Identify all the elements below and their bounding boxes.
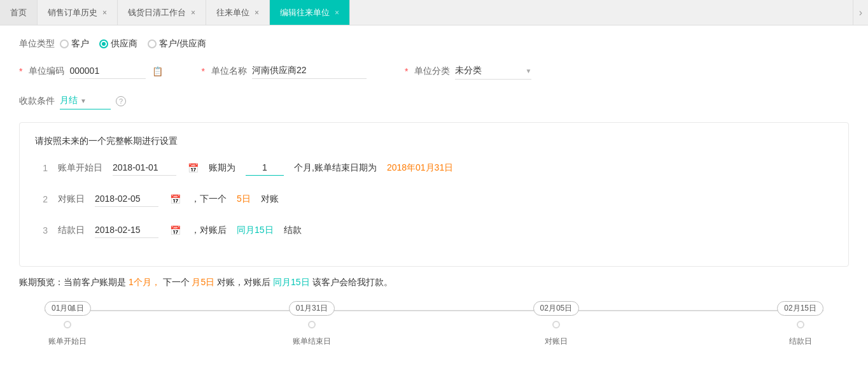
tab-partners-label: 往来单位	[216, 7, 249, 18]
unit-type-row: 单位类型 客户 供应商 客户/供应商	[19, 38, 849, 50]
step-1-period-input[interactable]	[246, 160, 284, 176]
code-input[interactable]	[69, 63, 146, 79]
radio-customer[interactable]: 客户	[60, 38, 89, 50]
timeline-point-1: 01月01日 账单开始日	[45, 301, 91, 347]
payment-arrow-icon: ▼	[80, 97, 87, 104]
tab-sales-history[interactable]: 销售订单历史 ×	[38, 0, 118, 25]
category-label: 单位分类	[414, 66, 450, 77]
tab-sales-history-close[interactable]: ×	[102, 8, 107, 17]
tl-label-2: 账单结束日	[293, 336, 331, 347]
category-dropdown[interactable]: 未分类 ▼	[455, 62, 531, 80]
step-label-2: 对账日	[58, 194, 85, 205]
tab-edit-partner-close[interactable]: ×	[335, 8, 339, 17]
step-3-suffix-pre: ，对账后	[191, 225, 227, 236]
tl-dot-2	[308, 321, 316, 328]
radio-both-label: 客户/供应商	[159, 38, 206, 50]
radio-supplier[interactable]: 供应商	[99, 38, 137, 50]
tab-partners[interactable]: 往来单位 ×	[206, 0, 270, 25]
step-1-period-pre: 账期为	[209, 162, 235, 174]
preview-text: 账期预览：当前客户账期是 1个月， 下一个 月5日 对账，对账后 同月15日 该…	[19, 277, 849, 288]
tab-edit-partner[interactable]: 编辑往来单位 ×	[270, 0, 350, 25]
timeline: 01月01日 账单开始日 01月31日 账单结束日 02月05日 对账日 02月…	[19, 301, 849, 347]
preview-mid2: 对账，对账后	[217, 277, 270, 287]
tl-badge-1: 01月01日	[45, 301, 91, 316]
tl-badge-4: 02月15日	[777, 301, 823, 316]
tl-dot-4	[797, 321, 804, 328]
category-field: * 单位分类 未分类 ▼	[405, 62, 531, 80]
card-hint: 请按照未来的一个完整帐期进行设置	[35, 136, 833, 147]
timeline-points-wrapper: 01月01日 账单开始日 01月31日 账单结束日 02月05日 对账日 02月…	[45, 301, 823, 347]
preview-month: 1个月，	[129, 277, 160, 287]
payment-field: 收款条件 月结 ▼ ?	[19, 92, 126, 109]
code-label: 单位编码	[29, 66, 64, 77]
code-calendar-icon[interactable]: 📋	[152, 66, 163, 76]
radio-customer-label: 客户	[71, 38, 89, 50]
category-value: 未分类	[455, 65, 482, 76]
name-input[interactable]	[252, 63, 367, 79]
step-2-highlight-day: 5日	[237, 194, 251, 205]
tl-dot-3	[552, 321, 560, 328]
tab-sales-history-label: 销售订单历史	[48, 7, 97, 18]
step-3-date-input[interactable]	[95, 222, 158, 238]
tabs-bar: 首页 销售订单历史 × 钱货日清工作台 × 往来单位 × 编辑往来单位 × ›	[0, 0, 868, 25]
step-row-1: 1 账单开始日 📅 账期为 个月,账单结束日期为 2018年01月31日	[35, 160, 833, 176]
code-name-category-row: * 单位编码 📋 * 单位名称 * 单位分类 未分类 ▼	[19, 62, 849, 80]
step-num-2: 2	[35, 194, 48, 204]
tl-label-4: 结款日	[789, 336, 812, 347]
timeline-point-2: 01月31日 账单结束日	[289, 301, 335, 347]
code-field: * 单位编码 📋	[19, 63, 163, 79]
step-1-period-post: 个月,账单结束日期为	[294, 162, 377, 174]
step-label-1: 账单开始日	[58, 162, 102, 174]
step-num-3: 3	[35, 225, 48, 236]
payment-label: 收款条件	[19, 95, 55, 107]
step-2-calendar-icon[interactable]: 📅	[170, 194, 181, 204]
timeline-points: 01月01日 账单开始日 01月31日 账单结束日 02月05日 对账日 02月…	[45, 301, 823, 347]
step-1-end-date: 2018年01月31日	[387, 162, 453, 174]
payment-select[interactable]: 月结 ▼	[60, 92, 111, 109]
unit-type-field: 单位类型 客户 供应商 客户/供应商	[19, 38, 206, 50]
category-arrow-icon: ▼	[525, 67, 531, 74]
preview-mid: 下一个	[163, 277, 190, 287]
radio-supplier-label: 供应商	[111, 38, 137, 50]
name-required: *	[201, 66, 204, 76]
step-3-calendar-icon[interactable]: 📅	[170, 225, 181, 236]
preview-post: 该客户会给我打款。	[312, 277, 393, 287]
radio-both-circle	[148, 39, 157, 48]
tl-label-1: 账单开始日	[48, 336, 87, 347]
step-3-suffix-post: 结款	[284, 225, 302, 236]
tab-cash-work[interactable]: 钱货日清工作台 ×	[118, 0, 206, 25]
step-2-suffix-post: 对账	[261, 194, 279, 205]
page-content: 单位类型 客户 供应商 客户/供应商 * 单位编码	[0, 25, 868, 387]
tl-badge-3: 02月05日	[533, 301, 580, 316]
tab-partners-close[interactable]: ×	[255, 8, 259, 17]
name-field: * 单位名称	[201, 63, 366, 79]
unit-type-radio-group: 客户 供应商 客户/供应商	[60, 38, 206, 50]
tab-home-label: 首页	[10, 7, 27, 18]
start-dot-icon	[70, 306, 75, 311]
timeline-start-dot	[70, 306, 75, 311]
code-required: *	[19, 66, 22, 76]
timeline-point-4: 02月15日 结款日	[777, 301, 823, 347]
settings-card: 请按照未来的一个完整帐期进行设置 1 账单开始日 📅 账期为 个月,账单结束日期…	[19, 122, 849, 267]
step-1-calendar-icon[interactable]: 📅	[188, 163, 199, 173]
tl-label-3: 对账日	[545, 336, 568, 347]
tab-cash-work-label: 钱货日清工作台	[128, 7, 186, 18]
step-1-date-input[interactable]	[113, 160, 176, 176]
tab-home[interactable]: 首页	[0, 0, 38, 25]
radio-both[interactable]: 客户/供应商	[148, 38, 206, 50]
payment-help-icon[interactable]: ?	[116, 96, 126, 106]
step-2-date-input[interactable]	[95, 191, 158, 207]
tab-cash-work-close[interactable]: ×	[191, 8, 195, 17]
step-label-3: 结款日	[58, 225, 85, 236]
radio-customer-circle	[60, 39, 69, 48]
preview-day5: 月5日	[192, 277, 214, 287]
tl-badge-2: 01月31日	[289, 301, 335, 316]
step-row-2: 2 对账日 📅 ，下一个 5日 对账	[35, 191, 833, 207]
category-required: *	[405, 66, 408, 76]
name-label: 单位名称	[211, 66, 247, 77]
tab-scroll-arrow[interactable]: ›	[853, 0, 868, 25]
radio-supplier-circle	[99, 39, 108, 48]
step-row-3: 3 结款日 📅 ，对账后 同月15日 结款	[35, 222, 833, 238]
step-3-highlight-day: 同月15日	[237, 225, 274, 236]
preview-pre: 账期预览：当前客户账期是	[19, 277, 126, 287]
